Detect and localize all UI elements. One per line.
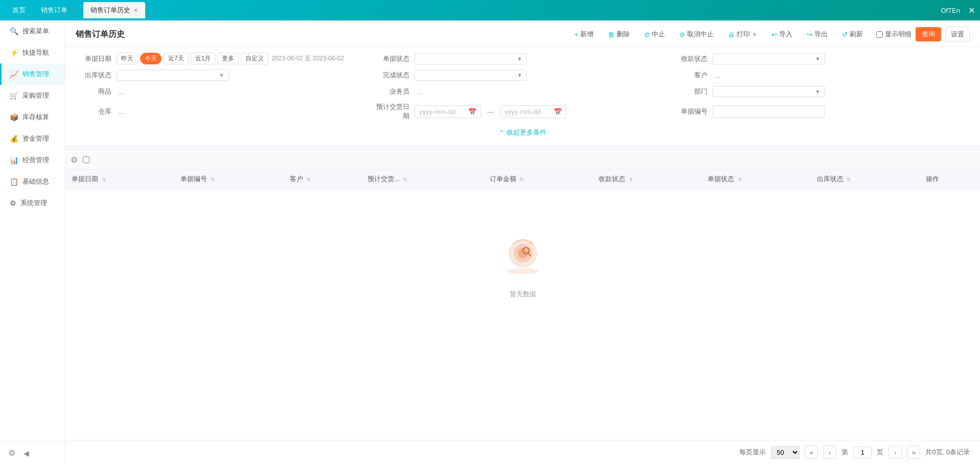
order-no-filter-label: 单据编号 (672, 107, 713, 116)
toolbar: + 新增 🗑 删除 ⊘ 中止 ⊘ 取消中止 🖨 打印 (569, 27, 970, 42)
print-button[interactable]: 🖨 打印 ▼ (723, 27, 762, 41)
sidebar-item-basic-label: 基础信息 (22, 177, 49, 186)
sidebar-item-finance[interactable]: 💰 资金管理 (0, 128, 65, 149)
dept-select[interactable]: ▼ (713, 86, 825, 97)
complete-select[interactable]: ▼ (415, 70, 527, 81)
sidebar-settings-icon[interactable]: ⚙ (8, 448, 15, 458)
tab-sales-history[interactable]: 销售订单历史 ✕ (83, 2, 145, 18)
next-page-btn[interactable]: › (888, 446, 902, 459)
import-button[interactable]: ↩ 导入 (766, 27, 797, 41)
date-btn-more[interactable]: 更多 (217, 53, 239, 64)
quicknav-icon: ⚡ (10, 49, 18, 57)
stop-button[interactable]: ⊘ 中止 (639, 27, 670, 41)
sidebar-item-system[interactable]: ⚙ 系统管理 (0, 192, 65, 214)
filter-row-2: 出库状态 ▼ 完成状态 ▼ 客户 ... (76, 70, 970, 81)
cancel-stop-button[interactable]: ⊘ 取消中止 (674, 27, 719, 41)
settings-button[interactable]: 设置 (945, 27, 970, 42)
collapse-btn[interactable]: ⌃ 收起更多条件 (76, 126, 970, 139)
sidebar-item-search[interactable]: 🔍 搜索菜单 (0, 20, 65, 42)
col-order-sort-icon: ⇅ (738, 176, 742, 182)
table-area: ⚙ 单据日期 ⇅ 单据编号 ⇅ 客户 ⇅ (65, 151, 980, 440)
delete-button[interactable]: 🗑 删除 (603, 27, 635, 41)
sidebar-collapse-icon[interactable]: ◀ (24, 449, 29, 457)
sidebar-item-basic[interactable]: 📋 基础信息 (0, 171, 65, 192)
prev-page-btn[interactable]: ‹ (823, 446, 836, 459)
out-filter-value: ▼ (117, 70, 374, 81)
per-page-select[interactable]: 50 10 20 100 (771, 446, 800, 459)
delete-label: 删除 (617, 30, 630, 39)
cancel-stop-label: 取消中止 (687, 30, 714, 39)
sidebar-item-purchase[interactable]: 🛒 采购管理 (0, 85, 65, 106)
export-button[interactable]: ↪ 导出 (802, 27, 833, 41)
col-date[interactable]: 单据日期 ⇅ (65, 169, 174, 189)
print-label: 打印 (737, 30, 750, 39)
date-btn-custom[interactable]: 自定义 (241, 53, 268, 64)
settings-label: 设置 (951, 30, 964, 39)
status-select[interactable]: ▼ (415, 53, 527, 64)
table-select-all-checkbox[interactable] (83, 157, 89, 163)
sidebar-item-system-label: 系统管理 (20, 198, 47, 208)
sidebar-item-sales[interactable]: 📈 销售管理 (0, 63, 65, 85)
date-btn-7days[interactable]: 近7天 (164, 53, 189, 64)
complete-filter-value: ▼ (415, 70, 672, 81)
sidebar-item-quicknav-label: 快捷导航 (22, 48, 49, 57)
page-header: 销售订单历史 + 新增 🗑 删除 ⊘ 中止 ⊘ 取消中止 (65, 20, 980, 47)
purchase-icon: 🛒 (10, 92, 18, 100)
tab-sales-history-close[interactable]: ✕ (133, 7, 138, 14)
col-receipt-status[interactable]: 收款状态 ⇅ (592, 169, 701, 189)
top-bar-right: OfTEn ✕ (941, 6, 975, 15)
query-button[interactable]: 查询 (916, 27, 941, 41)
refresh-button[interactable]: ↺ 刷新 (837, 27, 868, 41)
delivery-from-input[interactable]: yyyy-mm-dd 📅 (415, 105, 481, 118)
page-num-input[interactable] (853, 447, 872, 458)
query-label: 查询 (922, 30, 935, 39)
goods-ellipsis[interactable]: ... (117, 88, 126, 96)
col-out-sort-icon: ⇅ (847, 176, 851, 182)
sidebar-item-operations[interactable]: 📊 经营管理 (0, 149, 65, 171)
page-word-label: 第 (841, 448, 848, 457)
sidebar-item-inventory[interactable]: 📦 库存核算 (0, 106, 65, 128)
goods-filter-label: 商品 (76, 87, 117, 96)
order-no-input[interactable] (713, 105, 825, 118)
salesperson-ellipsis[interactable]: ... (415, 88, 424, 96)
customer-ellipsis[interactable]: ... (713, 72, 722, 79)
col-order-status[interactable]: 单据状态 ⇅ (701, 169, 810, 189)
date-btn-yesterday[interactable]: 昨天 (117, 53, 138, 64)
receipt-select[interactable]: ▼ (713, 53, 825, 64)
col-customer[interactable]: 客户 ⇅ (284, 169, 361, 189)
tab-sales-order-label: 销售订单 (41, 6, 67, 15)
display-check-input[interactable] (876, 31, 883, 38)
first-page-btn[interactable]: « (805, 446, 818, 459)
dept-filter-value: ▼ (713, 86, 970, 97)
top-close-icon[interactable]: ✕ (968, 6, 975, 15)
sidebar-item-search-label: 搜索菜单 (22, 27, 49, 36)
warehouse-filter-value: ... (117, 108, 374, 116)
col-order-no[interactable]: 单据编号 ⇅ (174, 169, 283, 189)
export-label: 导出 (814, 30, 828, 39)
basic-icon: 📋 (10, 178, 18, 186)
warehouse-ellipsis[interactable]: ... (117, 108, 126, 116)
new-button[interactable]: + 新增 (569, 27, 599, 41)
status-filter-value: ▼ (415, 53, 672, 64)
col-delivery[interactable]: 预计交货... ⇅ (361, 169, 484, 189)
operations-icon: 📊 (10, 156, 18, 164)
filter-row-4: 仓库 ... 预计交货日期 yyyy-mm-dd 📅 — yyyy-mm-dd … (76, 102, 970, 121)
out-chevron-icon: ▼ (219, 72, 224, 78)
display-check[interactable]: 显示明细 (876, 30, 911, 39)
last-page-btn[interactable]: » (907, 446, 920, 459)
salesperson-filter-value: ... (415, 88, 672, 96)
table-settings-icon[interactable]: ⚙ (71, 155, 78, 165)
tab-home[interactable]: 首页 (5, 2, 33, 18)
col-out-status[interactable]: 出库状态 ⇅ (811, 169, 920, 189)
tab-sales-order-close[interactable]: ✕ (71, 7, 75, 14)
sidebar-item-quicknav[interactable]: ⚡ 快捷导航 (0, 42, 65, 63)
out-select[interactable]: ▼ (117, 70, 229, 81)
col-action: 操作 (920, 169, 980, 189)
delivery-to-input[interactable]: yyyy-mm-dd 📅 (500, 105, 566, 118)
sidebar-item-sales-label: 销售管理 (22, 70, 49, 79)
date-btn-today[interactable]: 今天 (140, 53, 162, 64)
tab-sales-order[interactable]: 销售订单 ✕ (34, 2, 82, 18)
stop-icon: ⊘ (644, 31, 650, 38)
date-btn-1month[interactable]: 近1月 (191, 53, 216, 64)
col-amount[interactable]: 订单金额 ⇅ (484, 169, 592, 189)
